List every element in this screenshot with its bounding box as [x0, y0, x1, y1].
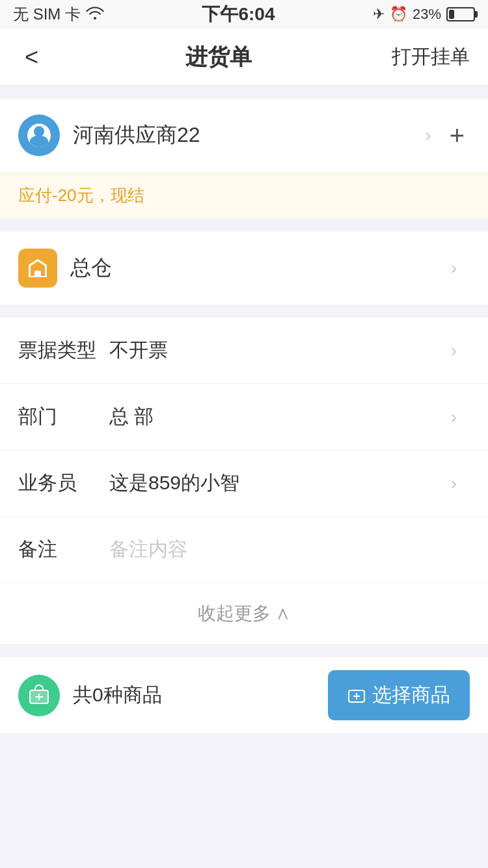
- product-icon: [18, 675, 60, 716]
- notice-bar: 应付-20元，现结: [0, 172, 488, 219]
- invoice-type-label: 票据类型: [18, 337, 109, 364]
- supplier-chevron-icon: ›: [425, 125, 431, 146]
- select-product-label: 选择商品: [372, 682, 450, 709]
- department-chevron-icon: ›: [451, 407, 457, 427]
- carrier-label: 无 SIM 卡: [13, 4, 81, 25]
- select-product-button[interactable]: 选择商品: [328, 670, 470, 720]
- supplier-avatar: [18, 115, 60, 156]
- open-pending-button[interactable]: 打开挂单: [392, 44, 470, 70]
- form-section: 票据类型 不开票 › 部门 总 部 › 业务员 这是859的小智 › 备注 备注…: [0, 318, 488, 582]
- battery-icon: [446, 7, 475, 21]
- battery-label: 23%: [413, 6, 441, 23]
- warehouse-icon: [18, 249, 57, 288]
- invoice-type-chevron-icon: ›: [451, 340, 457, 361]
- add-supplier-button[interactable]: +: [444, 121, 470, 150]
- wifi-icon: [86, 5, 104, 23]
- salesperson-label: 业务员: [18, 470, 109, 496]
- warehouse-chevron-icon: ›: [451, 258, 457, 278]
- avatar-person-icon: [27, 124, 51, 147]
- nav-bar: < 进货单 打开挂单: [0, 29, 488, 86]
- remark-input[interactable]: 备注内容: [109, 536, 470, 563]
- collapse-button[interactable]: 收起更多 ∧: [0, 583, 488, 644]
- section-divider-1: [0, 86, 488, 99]
- location-icon: ✈: [373, 6, 385, 23]
- notice-text: 应付-20元，现结: [18, 185, 144, 205]
- collapse-section: 收起更多 ∧: [0, 582, 488, 644]
- collapse-label: 收起更多 ∧: [198, 601, 291, 626]
- status-time: 下午6:04: [202, 2, 275, 27]
- department-label: 部门: [18, 403, 109, 430]
- invoice-type-row[interactable]: 票据类型 不开票 ›: [0, 318, 488, 384]
- alarm-icon: ⏰: [390, 6, 407, 23]
- product-bar: 共0种商品 选择商品: [0, 657, 488, 733]
- department-value: 总 部: [109, 403, 451, 430]
- page-title: 进货单: [185, 42, 252, 72]
- salesperson-row[interactable]: 业务员 这是859的小智 ›: [0, 450, 488, 517]
- salesperson-chevron-icon: ›: [451, 473, 457, 494]
- section-divider-2: [0, 219, 488, 232]
- supplier-name: 河南供应商22: [73, 121, 425, 150]
- product-count: 共0种商品: [73, 682, 328, 709]
- department-row[interactable]: 部门 总 部 ›: [0, 384, 488, 450]
- invoice-type-value: 不开票: [109, 337, 451, 364]
- remark-label: 备注: [18, 536, 109, 563]
- supplier-section: 河南供应商22 › + 应付-20元，现结: [0, 99, 488, 219]
- remark-row[interactable]: 备注 备注内容: [0, 517, 488, 582]
- section-divider-4: [0, 644, 488, 657]
- warehouse-name: 总仓: [70, 254, 451, 282]
- status-bar: 无 SIM 卡 下午6:04 ✈ ⏰ 23%: [0, 0, 488, 29]
- section-divider-3: [0, 305, 488, 318]
- warehouse-section[interactable]: 总仓 ›: [0, 232, 488, 305]
- salesperson-value: 这是859的小智: [109, 470, 451, 496]
- svg-rect-0: [34, 271, 41, 277]
- back-button[interactable]: <: [18, 37, 45, 77]
- status-right: ✈ ⏰ 23%: [373, 6, 475, 23]
- status-left: 无 SIM 卡: [13, 4, 104, 25]
- warehouse-row[interactable]: 总仓 ›: [0, 232, 488, 305]
- supplier-row[interactable]: 河南供应商22 › +: [0, 99, 488, 172]
